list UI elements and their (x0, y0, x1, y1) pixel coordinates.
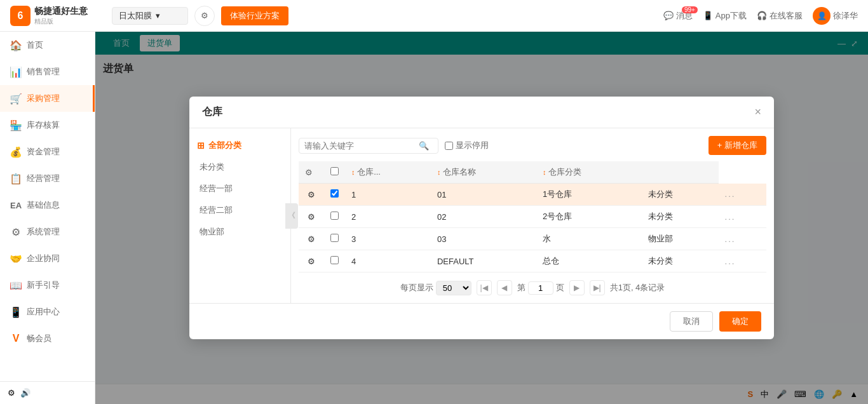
first-page-button[interactable]: |◀ (477, 280, 492, 295)
collapse-button[interactable]: 《 (285, 203, 298, 229)
sidebar-item-finance[interactable]: 💰 资金管理 (0, 138, 95, 165)
sidebar-sound-icon[interactable]: 🔊 (20, 388, 31, 398)
sidebar-item-purchase[interactable]: 🛒 采购管理 (0, 85, 95, 112)
table-header-category: ↕ 仓库分类 (536, 161, 642, 184)
inventory-icon: 🏪 (10, 119, 22, 131)
system-icon: ⚙ (10, 226, 22, 238)
sidebar-item-system[interactable]: ⚙ 系统管理 (0, 219, 95, 245)
category-panel: ⊞ 全部分类 未分类 经营一部 经营二部 物业部 (189, 128, 291, 303)
row-more-0[interactable]: ... (719, 184, 766, 206)
row-no-1: 2 (345, 206, 431, 228)
modal-footer: 取消 确定 (189, 303, 774, 339)
table-header-name: ↕ 仓库名称 (431, 161, 536, 184)
online-service-label: 在线客服 (770, 10, 803, 22)
row-gear-0[interactable]: ⚙ (299, 184, 324, 206)
modal-close-button[interactable]: × (754, 105, 761, 119)
sidebar-label-home: 首页 (27, 39, 43, 51)
sort-icon-name: ↕ (437, 168, 441, 176)
trial-button[interactable]: 体验行业方案 (221, 6, 288, 25)
row-checkbox-3[interactable] (324, 250, 345, 273)
phone-icon: 📱 (703, 11, 713, 20)
sidebar-item-sales[interactable]: 📊 销售管理 (0, 58, 95, 85)
per-page-label: 每页显示 (400, 282, 433, 293)
warehouse-modal: 仓库 × ⊞ 全部分类 未分类 经营 (189, 97, 774, 339)
store-selector[interactable]: 日太阳膜 ▾ (112, 7, 188, 25)
pagination: 每页显示 50 100 200 |◀ ◀ 第 (299, 280, 766, 295)
table-header-row: ⚙ ↕ 仓库... ↕ 仓库名称 (299, 161, 766, 184)
logo-area: 6 畅捷通好生意 精品版 (10, 6, 105, 26)
next-page-button[interactable]: ▶ (569, 280, 585, 295)
table-header-code: ↕ 仓库... (345, 161, 431, 184)
table-header-actions (642, 161, 719, 184)
row-more-2[interactable]: ... (719, 228, 766, 250)
prev-page-button[interactable]: ◀ (497, 280, 512, 295)
select-all-checkbox[interactable] (330, 167, 339, 175)
row-more-1[interactable]: ... (719, 206, 766, 228)
sidebar-bottom: ⚙ 🔊 (0, 381, 95, 404)
page-input-area: 第 页 (517, 281, 564, 295)
header-right: 💬 消息 99+ 📱 App下载 🎧 在线客服 👤 徐泽华 (663, 7, 858, 25)
sidebar-item-vip[interactable]: V 畅会员 (0, 325, 95, 352)
sidebar-item-inventory[interactable]: 🏪 库存核算 (0, 112, 95, 138)
logo-text: 畅捷通好生意 (34, 6, 88, 17)
sidebar-label-inventory: 库存核算 (27, 119, 60, 131)
row-code-0: 01 (431, 184, 536, 206)
gear-icon: ⚙ (201, 11, 208, 20)
row-gear-3[interactable]: ⚙ (299, 250, 324, 273)
row-checkbox-2[interactable] (324, 228, 345, 250)
category-item-property[interactable]: 物业部 (189, 221, 290, 243)
row-checkbox-1[interactable] (324, 206, 345, 228)
sidebar-label-system: 系统管理 (27, 226, 60, 238)
table-row[interactable]: ⚙ 3 03 水 物业部 ... (299, 228, 766, 250)
cancel-button[interactable]: 取消 (670, 311, 713, 332)
all-category-item[interactable]: ⊞ 全部分类 (189, 135, 290, 156)
show-disabled-checkbox[interactable]: 显示停用 (445, 140, 489, 151)
category-item-ops1[interactable]: 经营一部 (189, 178, 290, 199)
user-name: 徐泽华 (833, 10, 858, 22)
row-code-2: 03 (431, 228, 536, 250)
page-number-input[interactable] (528, 281, 553, 295)
sort-icon-category: ↕ (543, 168, 546, 176)
settings-button[interactable]: ⚙ (194, 6, 215, 26)
user-item[interactable]: 👤 徐泽华 (813, 7, 858, 25)
table-panel: 🔍 显示停用 + 新增仓库 ⚙ (291, 128, 774, 303)
row-gear-1[interactable]: ⚙ (299, 206, 324, 228)
table-row[interactable]: ⚙ 4 DEFAULT 总仓 未分类 ... (299, 250, 766, 273)
table-header-checkbox[interactable] (324, 161, 345, 184)
last-page-button[interactable]: ▶| (590, 280, 605, 295)
table-row[interactable]: ⚙ 2 02 2号仓库 未分类 ... (299, 206, 766, 228)
sort-icon-code: ↕ (351, 168, 355, 176)
per-page-dropdown[interactable]: 50 100 200 (436, 281, 471, 295)
online-service-item[interactable]: 🎧 在线客服 (757, 10, 803, 22)
sidebar-item-guide[interactable]: 📖 新手引导 (0, 272, 95, 299)
table-row[interactable]: ⚙ 1 01 1号仓库 未分类 ... (299, 184, 766, 206)
show-disabled-input[interactable] (445, 142, 453, 150)
sidebar-item-apps[interactable]: 📱 应用中心 (0, 299, 95, 325)
row-category-2: 物业部 (642, 228, 719, 250)
sidebar-item-operations[interactable]: 📋 经营管理 (0, 165, 95, 192)
row-code-1: 02 (431, 206, 536, 228)
sidebar-item-home[interactable]: 🏠 首页 (0, 32, 95, 58)
home-icon: 🏠 (10, 39, 22, 51)
confirm-button[interactable]: 确定 (719, 311, 761, 332)
category-item-unclassified[interactable]: 未分类 (189, 156, 290, 178)
category-item-ops2[interactable]: 经营二部 (189, 199, 290, 221)
messages-item[interactable]: 💬 消息 99+ (663, 10, 693, 22)
row-checkbox-0[interactable] (324, 184, 345, 206)
add-warehouse-button[interactable]: + 新增仓库 (709, 136, 766, 155)
sidebar-item-enterprise[interactable]: 🤝 企业协同 (0, 245, 95, 272)
row-more-3[interactable]: ... (719, 250, 766, 273)
page-size-select: 每页显示 50 100 200 (400, 281, 471, 295)
app-download-item[interactable]: 📱 App下载 (703, 10, 747, 22)
row-name-3: 总仓 (536, 250, 642, 273)
modal-body: ⊞ 全部分类 未分类 经营一部 经营二部 物业部 (189, 128, 774, 303)
sidebar-settings-icon[interactable]: ⚙ (8, 388, 15, 398)
search-input-wrap[interactable]: 🔍 (299, 138, 438, 154)
search-icon[interactable]: 🔍 (419, 141, 429, 151)
row-gear-2[interactable]: ⚙ (299, 228, 324, 250)
logo-icon: 6 (10, 6, 31, 26)
sidebar-item-basic-info[interactable]: EA 基础信息 (0, 192, 95, 219)
table-header-gear[interactable]: ⚙ (299, 161, 324, 184)
total-label: 共1页, 4条记录 (610, 282, 665, 293)
search-input[interactable] (304, 141, 419, 151)
